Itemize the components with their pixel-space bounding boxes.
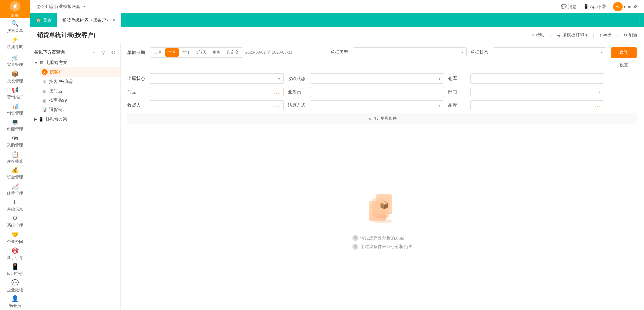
search-icon: 🔍 bbox=[11, 20, 19, 27]
tab-sales-stats-label: 销货单统计表（按客户） bbox=[62, 17, 110, 23]
sidebar-item-purchase[interactable]: 🛍 采购管理 bbox=[0, 133, 30, 149]
department-label: 部门 bbox=[448, 89, 468, 95]
sidebar-label-retail: 零售管理 bbox=[7, 62, 23, 68]
query-button[interactable]: 查询 bbox=[611, 47, 637, 58]
messages-label: 消息 bbox=[568, 4, 577, 10]
sidebar-item-new-guide[interactable]: 🎯 新手引导 bbox=[0, 246, 30, 262]
messages-btn[interactable]: 💬 消息 bbox=[561, 4, 577, 10]
sidebar-item-enterprise-wechat[interactable]: 💬 企业微信 bbox=[0, 278, 30, 294]
brand-input[interactable]: ... bbox=[470, 100, 604, 110]
collect-status-input[interactable]: ▾ bbox=[310, 73, 444, 84]
sep2: | bbox=[593, 33, 594, 38]
scheme-by-customer[interactable]: 人 按客户 bbox=[40, 67, 120, 77]
basic-info-icon: ℹ bbox=[14, 199, 16, 206]
sidebar-item-search[interactable]: 🔍 搜索菜单 bbox=[0, 18, 30, 35]
settings-button[interactable]: 设置 bbox=[614, 60, 634, 70]
add-scheme-btn[interactable]: ＋ bbox=[90, 49, 98, 56]
payment-method-label: 结算方式 bbox=[288, 102, 308, 108]
recipient-input[interactable]: ... bbox=[150, 100, 284, 110]
doc-status-label: 单据状态 bbox=[471, 49, 491, 55]
member-icon: 👤 bbox=[11, 295, 19, 302]
operations-icon: 📈 bbox=[11, 183, 19, 190]
refresh-btn[interactable]: ↺ 刷新 bbox=[624, 32, 637, 38]
sidebar-item-system[interactable]: ⚙ 系统管理 bbox=[0, 214, 30, 230]
date-btn-custom[interactable]: 自定义 bbox=[224, 48, 241, 57]
date-btn-last-7[interactable]: 近7天 bbox=[194, 48, 209, 57]
sidebar-label-member: 畅会员 bbox=[9, 303, 21, 309]
sidebar-item-operations[interactable]: 📈 经营管理 bbox=[0, 182, 30, 198]
salesperson-dots[interactable]: ... bbox=[434, 89, 440, 95]
sidebar-item-enterprise[interactable]: 🤝 企业协同 bbox=[0, 230, 30, 246]
tab-sales-stats[interactable]: 销货单统计表（按客户） ✕ bbox=[57, 13, 121, 27]
tree-label-mobile: 移动端方案 bbox=[46, 116, 67, 122]
sidebar-item-wholesale[interactable]: 📦 批发管理 bbox=[0, 69, 30, 85]
export-btn[interactable]: ↑ 导出 bbox=[599, 32, 612, 38]
refresh-icon: ↺ bbox=[624, 33, 627, 38]
svg-text:📦: 📦 bbox=[380, 201, 389, 210]
collapse-panel-btn[interactable]: ≪ bbox=[109, 49, 116, 56]
by-goods-99-icon: ▣ bbox=[42, 98, 47, 103]
warehouse-dots[interactable]: ... bbox=[595, 76, 601, 81]
scheme-by-customer-goods[interactable]: ⊞ 按客户+商品 bbox=[40, 77, 120, 86]
template-print-label: 按模板打印 bbox=[562, 32, 584, 38]
page: 销货单统计表(按客户) ? 帮助 | 🖨 按模板打印 ▾ | ↑ 导出 | bbox=[30, 27, 644, 310]
template-print-btn[interactable]: 🖨 按模板打印 ▾ bbox=[556, 32, 588, 38]
collapse-filters-btn[interactable]: ∧ 收起更多条件 bbox=[127, 113, 637, 124]
tree-node-desktop[interactable]: ▼ 🖥 电脑端方案 bbox=[30, 58, 120, 67]
empty-state: 📦 ① 请先选择要分析的方案 ② 用过滤条件来缩小分析范围 bbox=[121, 128, 644, 310]
recipient-dots[interactable]: ... bbox=[274, 103, 280, 108]
user-profile[interactable]: Ea demo2 bbox=[613, 2, 637, 11]
right-panel: 单据日期 上月 本月 本年 近7天 更多 自定义 2023-03-01 至 20… bbox=[121, 43, 644, 310]
sidebar-item-quick-nav[interactable]: ⚡ 快捷导航 bbox=[0, 35, 30, 51]
scheme-by-goods-99[interactable]: ▣ 按商品99 bbox=[40, 96, 120, 105]
doc-type-input[interactable]: ▾ bbox=[353, 47, 467, 57]
app-download-label: App下载 bbox=[590, 4, 606, 10]
tab-home[interactable]: 🏠 首页 bbox=[30, 13, 57, 27]
salesperson-input[interactable]: ... bbox=[310, 87, 444, 97]
tab-expand-btn[interactable]: ⛶ bbox=[631, 13, 644, 27]
svg-text:畅: 畅 bbox=[13, 4, 17, 9]
topbar-right: 💬 消息 📱 App下载 Ea demo2 bbox=[561, 2, 637, 11]
sidebar-item-inventory[interactable]: 📋 库存核算 bbox=[0, 149, 30, 165]
sidebar-item-sales[interactable]: 📊 销售管理 bbox=[0, 101, 30, 117]
goods-dots[interactable]: ... bbox=[274, 89, 280, 95]
doc-status-input[interactable]: ▾ bbox=[493, 47, 606, 57]
sidebar-item-app-center[interactable]: 📱 应用中心 bbox=[0, 262, 30, 278]
edit-scheme-btn[interactable]: ◎ bbox=[100, 49, 107, 56]
top-title-dropdown-icon[interactable]: ▾ bbox=[83, 5, 85, 8]
goods-input[interactable]: ... bbox=[150, 87, 284, 97]
sidebar-item-basic-info[interactable]: ℹ 基础信息 bbox=[0, 198, 30, 214]
tab-close-btn[interactable]: ✕ bbox=[112, 18, 116, 22]
payment-method-chevron: ▾ bbox=[439, 104, 440, 107]
sidebar-item-retail[interactable]: 🛒 零售管理 bbox=[0, 53, 30, 69]
tree-label-desktop: 电脑端方案 bbox=[46, 60, 67, 66]
out-status-chevron: ▾ bbox=[278, 77, 280, 81]
sidebar-item-finance[interactable]: 💰 资金管理 bbox=[0, 165, 30, 182]
sidebar-item-marketing[interactable]: 📢 营销推广 bbox=[0, 85, 30, 101]
out-status-input[interactable]: ▾ bbox=[150, 73, 284, 84]
doc-type-label: 单据类型 bbox=[331, 49, 351, 55]
sidebar-item-member[interactable]: 👤 畅会员 bbox=[0, 294, 30, 310]
date-btn-this-year[interactable]: 本年 bbox=[179, 48, 193, 57]
wholesale-icon: 📦 bbox=[11, 70, 19, 78]
main-area: 办公用品行业模拟账套 ▾ 💬 消息 📱 App下载 Ea demo2 🏠 首页 bbox=[30, 0, 644, 310]
sidebar-item-ecommerce[interactable]: 💻 电商管理 bbox=[0, 117, 30, 133]
sidebar-label-operations: 经营管理 bbox=[7, 191, 23, 196]
scheme-by-goods-label: 按商品 bbox=[49, 88, 62, 94]
enterprise-icon: 🤝 bbox=[11, 231, 19, 238]
warehouse-input[interactable]: ... bbox=[470, 73, 604, 84]
date-btn-more[interactable]: 更多 bbox=[210, 48, 223, 57]
brand-dots[interactable]: ... bbox=[595, 103, 601, 108]
inventory-icon: 📋 bbox=[11, 151, 19, 158]
payment-method-input[interactable]: ▾ bbox=[310, 100, 444, 110]
date-btn-this-month[interactable]: 本月 bbox=[165, 48, 179, 57]
department-input[interactable]: ▾ bbox=[470, 87, 604, 97]
date-btn-last-month[interactable]: 上月 bbox=[151, 48, 165, 57]
scheme-return-stats[interactable]: 📊 退货统计 bbox=[40, 105, 120, 114]
tree-node-mobile[interactable]: ▶ 📱 移动端方案 bbox=[30, 114, 120, 124]
help-btn[interactable]: ? 帮助 bbox=[532, 32, 544, 38]
scheme-by-goods[interactable]: ▣ 按商品 bbox=[40, 86, 120, 96]
sidebar-label-sales: 销售管理 bbox=[7, 110, 23, 116]
app-download-btn[interactable]: 📱 App下载 bbox=[583, 4, 606, 10]
goods-label: 商品 bbox=[127, 89, 148, 95]
